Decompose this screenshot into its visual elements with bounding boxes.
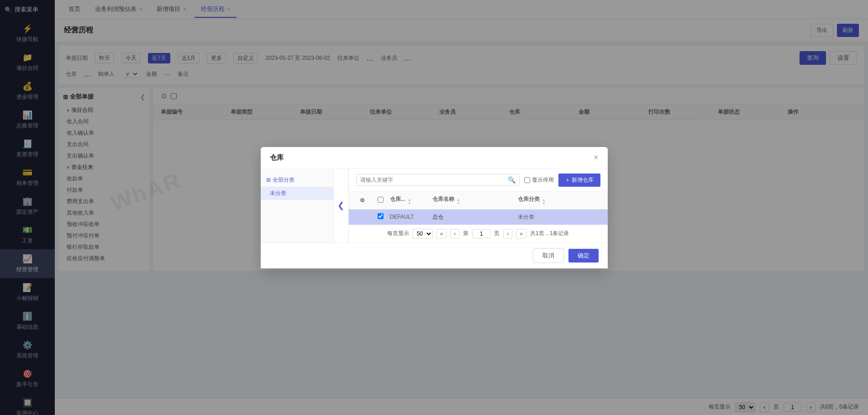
- modal-pagination: 每页显示 50 « ‹ 第 页 › » 共1页，1条记录: [349, 225, 608, 242]
- modal-next-page-btn[interactable]: ›: [503, 229, 512, 239]
- modal-first-page-btn[interactable]: «: [437, 229, 447, 239]
- modal-footer: 取消 确定: [261, 242, 608, 268]
- row-checkbox[interactable]: [378, 213, 384, 219]
- row-code: DEFAULT: [390, 214, 432, 220]
- show-disabled-checkbox[interactable]: [524, 177, 530, 183]
- col-id-header: 仓库... ▲▼: [390, 195, 432, 205]
- modal-add-warehouse-btn[interactable]: ＋ 新增仓库: [558, 173, 600, 187]
- modal-cat-all-btn[interactable]: ⊞ 全部分类: [261, 173, 333, 187]
- modal-last-page-btn[interactable]: »: [516, 229, 526, 239]
- modal-body: ⊞ 全部分类 未分类 ❮ 🔍 显示停用: [261, 169, 608, 242]
- sort-icon-name: ▲▼: [457, 198, 460, 205]
- sort-icon-cat: ▲▼: [542, 198, 546, 205]
- modal-page-input[interactable]: [472, 229, 490, 238]
- col-check-header[interactable]: [372, 197, 390, 204]
- modal-total-text: 共1页，1条记录: [530, 230, 569, 237]
- modal-search-input[interactable]: [360, 177, 508, 183]
- modal-left-toggle-btn[interactable]: ❮: [334, 169, 348, 242]
- col-cat-header: 仓库分类 ▲▼: [518, 195, 603, 205]
- modal-page-suffix: 页: [494, 230, 500, 237]
- table-row[interactable]: DEFAULT 总仓 未分类: [349, 210, 608, 225]
- modal-select-all-checkbox[interactable]: [378, 197, 384, 203]
- modal-per-page-label: 每页显示: [387, 230, 409, 237]
- modal-toolbar: 🔍 显示停用 ＋ 新增仓库: [349, 169, 608, 192]
- col-setting-header[interactable]: ⚙: [353, 197, 372, 204]
- modal-cat-all-icon: ⊞: [266, 177, 271, 183]
- modal-per-page-select[interactable]: 50: [413, 229, 433, 239]
- sort-icon: ▲▼: [408, 198, 411, 205]
- modal-cat-all-label: 全部分类: [273, 176, 295, 184]
- row-check[interactable]: [372, 213, 390, 221]
- modal-close-button[interactable]: ×: [594, 153, 599, 162]
- modal-cancel-button[interactable]: 取消: [533, 248, 564, 263]
- modal-prev-page-btn[interactable]: ‹: [450, 229, 459, 239]
- modal-title: 仓库: [270, 153, 284, 162]
- modal-overlay: 仓库 × ⊞ 全部分类 未分类 ❮: [0, 0, 868, 415]
- modal-confirm-button[interactable]: 确定: [568, 249, 599, 263]
- modal-cat-unclassified[interactable]: 未分类: [261, 187, 333, 200]
- show-disabled-text: 显示停用: [532, 176, 554, 184]
- show-disabled-label[interactable]: 显示停用: [524, 176, 554, 184]
- modal-page-label-pre: 第: [463, 230, 468, 237]
- warehouse-modal: 仓库 × ⊞ 全部分类 未分类 ❮: [261, 147, 608, 268]
- modal-left-section: ⊞ 全部分类 未分类 ❮: [261, 169, 349, 242]
- modal-category-panel: ⊞ 全部分类 未分类: [261, 169, 334, 242]
- col-name-header: 仓库名称 ▲▼: [432, 195, 518, 205]
- modal-table: ⚙ 仓库... ▲▼ 仓库名称 ▲▼ 仓库分类 ▲▼: [349, 192, 608, 225]
- modal-table-header: ⚙ 仓库... ▲▼ 仓库名称 ▲▼ 仓库分类 ▲▼: [349, 192, 608, 210]
- modal-search-icon[interactable]: 🔍: [508, 176, 516, 184]
- row-category: 未分类: [518, 213, 603, 221]
- row-name: 总仓: [432, 213, 518, 221]
- modal-right-panel: 🔍 显示停用 ＋ 新增仓库 ⚙ 仓库... ▲▼: [349, 169, 608, 242]
- modal-search-box: 🔍: [356, 174, 520, 186]
- modal-header: 仓库 ×: [261, 147, 608, 169]
